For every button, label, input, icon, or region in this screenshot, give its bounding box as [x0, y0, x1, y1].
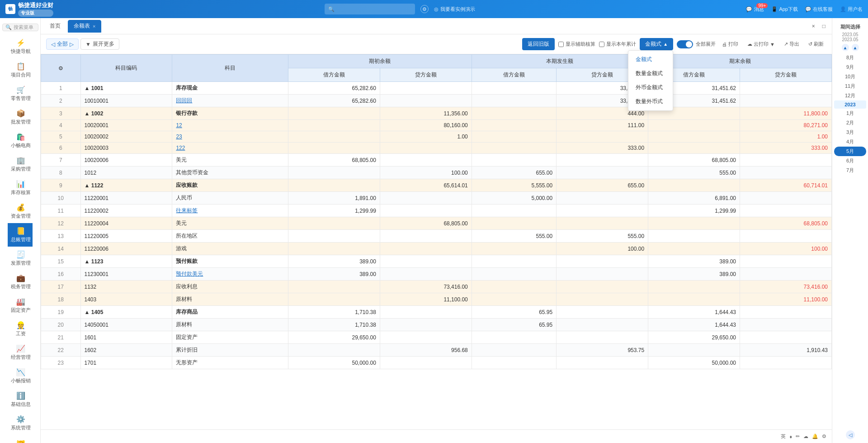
online-service-btn[interactable]: 💬 在线客服 [805, 6, 833, 13]
row-open-debit [288, 230, 380, 243]
toggle-track[interactable] [677, 40, 693, 48]
period-next-btn[interactable]: ▲ [852, 44, 859, 51]
row-per-debit: 65.95 [472, 319, 556, 331]
period-month-5月[interactable]: 5月 [834, 147, 866, 156]
settings-icon[interactable]: ⚙ [420, 5, 429, 13]
panel-collapse-btn[interactable]: ◁ [846, 430, 855, 439]
expand-more-btn[interactable]: ▼ 展开更多 [80, 38, 119, 50]
cloud-print-btn[interactable]: ☁ 云打印 ▼ [745, 39, 778, 49]
period-month-1月[interactable]: 1月 [834, 109, 866, 118]
row-per-credit [557, 192, 648, 205]
period-month-10月[interactable]: 10月 [834, 72, 866, 81]
period-month-11月[interactable]: 11月 [834, 81, 866, 91]
sidebar-item-库存核算[interactable]: 📊 库存核算 [8, 176, 33, 200]
sidebar-item-小畅报销[interactable]: 📉 小畅报销 [8, 364, 33, 388]
expand-all-toggle[interactable]: 全部展开 [677, 40, 716, 48]
status-diamond[interactable]: ♦ [789, 434, 792, 439]
row-open-debit [288, 167, 380, 179]
sidebar-item-零售管理[interactable]: 🛒 零售管理 [8, 82, 33, 105]
refresh-btn[interactable]: ↺ 刷新 [806, 39, 826, 49]
period-month-8月[interactable]: 8月 [834, 53, 866, 62]
table-row: 12 11220004 美元 68,805.00 68,805.00 [41, 217, 832, 230]
period-month-6月[interactable]: 6月 [834, 156, 866, 166]
row-code: 10020001 [80, 120, 172, 131]
show-year-checkbox[interactable] [599, 42, 604, 47]
row-per-debit [472, 293, 556, 306]
demo-link[interactable]: ◎ 我要看实例演示 [434, 6, 475, 13]
period-month-2月[interactable]: 2月 [834, 118, 866, 128]
window-minimize[interactable]: × [809, 23, 818, 29]
breadcrumb-all[interactable]: ◁ 全部 ▷ [46, 38, 79, 50]
row-name: 固定资产 [172, 331, 288, 344]
tab-close-icon[interactable]: × [93, 24, 95, 29]
sidebar-item-项目合同[interactable]: 📋 项目合同 [8, 58, 33, 82]
messages-area[interactable]: 💬 消息 99+ [746, 6, 764, 13]
sidebar-item-经营管理[interactable]: 📈 经营管理 [8, 341, 33, 364]
status-lang[interactable]: 英 [781, 433, 786, 440]
row-open-credit: 80,160.00 [380, 120, 472, 131]
tab-home[interactable]: 首页 [44, 20, 66, 33]
sidebar-item-企业协同[interactable]: 🤝 企业协同 [8, 435, 33, 443]
sidebar-item-税务管理[interactable]: 💼 税务管理 [8, 270, 33, 294]
row-no: 3 [41, 107, 81, 120]
status-cloud[interactable]: ☁ [803, 433, 808, 439]
sidebar-label: 系统管理 [11, 424, 31, 431]
user-avatar[interactable]: 👤 用户名 [840, 6, 863, 13]
period-year-end: 2023.05 [834, 37, 866, 42]
back-btn[interactable]: 返回旧版 [522, 38, 555, 50]
row-name: 人民币 [172, 192, 288, 205]
period-prev-btn[interactable]: ▲ [842, 44, 849, 51]
row-open-debit: 65,282.60 [288, 95, 380, 107]
row-close-debit: 29,650.00 [648, 331, 740, 344]
row-open-credit [380, 243, 472, 255]
period-month-9月[interactable]: 9月 [834, 62, 866, 72]
show-assist-check-label[interactable]: 显示辅助核算 [558, 41, 595, 48]
row-per-credit [557, 268, 648, 281]
period-month-3月[interactable]: 3月 [834, 128, 866, 137]
dropdown-item-数量金额式[interactable]: 数量金额式 [628, 67, 673, 81]
window-maximize[interactable]: □ [820, 23, 828, 29]
table-row: 10 11220001 人民币 1,891.00 5,000.00 6,891.… [41, 192, 832, 205]
sidebar-item-工资[interactable]: 👷 工资 [8, 317, 33, 341]
sidebar-icon: 🏭 [16, 297, 25, 306]
row-open-debit [288, 107, 380, 120]
row-open-credit [380, 268, 472, 281]
sidebar-item-小畅电商[interactable]: 🛍️ 小畅电商 [8, 129, 33, 152]
sidebar-item-批发管理[interactable]: 📦 批发管理 [8, 105, 33, 129]
tabs-bar: 首页 余额表 × × □ [41, 18, 832, 34]
row-per-credit [557, 281, 648, 293]
export-btn[interactable]: ↗ 导出 [781, 39, 802, 49]
search-menu[interactable]: 🔍 搜索菜单 [2, 24, 38, 31]
dropdown-item-数量外币式[interactable]: 数量外币式 [628, 95, 673, 109]
period-month-12月[interactable]: 12月 [834, 91, 866, 100]
row-open-debit: 1,299.99 [288, 205, 380, 217]
period-month-2023[interactable]: 2023 [834, 100, 866, 109]
browser-bar[interactable]: 🔍 [325, 4, 415, 14]
sidebar-item-采购管理[interactable]: 🏢 采购管理 [8, 152, 33, 176]
sidebar-item-发票管理[interactable]: 🧾 发票管理 [8, 247, 33, 270]
status-settings[interactable]: ⚙ [822, 433, 826, 439]
row-code: 1403 [80, 293, 172, 306]
show-assist-checkbox[interactable] [558, 42, 564, 47]
app-download-btn[interactable]: 📱 App下载 [771, 6, 798, 13]
sidebar-item-资金管理[interactable]: 💰 资金管理 [8, 200, 33, 223]
status-bell[interactable]: 🔔 [812, 433, 818, 439]
dropdown-item-外币金额式[interactable]: 外币金额式 [628, 81, 673, 95]
table-row: 19 ▲ 1405 库存商品 1,710.38 65.95 1,644.43 [41, 306, 832, 319]
period-month-4月[interactable]: 4月 [834, 137, 866, 147]
sidebar-item-系统管理[interactable]: ⚙️ 系统管理 [8, 411, 33, 435]
sidebar-item-固定资产[interactable]: 🏭 固定资产 [8, 294, 33, 317]
period-month-7月[interactable]: 7月 [834, 166, 866, 175]
row-name: 122 [172, 143, 288, 154]
tab-balance[interactable]: 余额表 × [68, 20, 101, 33]
print-btn[interactable]: 🖨 打印 [719, 39, 741, 49]
sidebar-item-基础信息[interactable]: ℹ️ 基础信息 [8, 388, 33, 411]
mode-btn[interactable]: 金额式 ▲ [640, 38, 673, 50]
row-code: ▲ 1122 [80, 179, 172, 192]
status-edit[interactable]: ✏ [796, 433, 800, 439]
sidebar-item-总账管理[interactable]: 📒 总账管理 [8, 223, 33, 247]
dropdown-item-金额式[interactable]: 金额式 [628, 52, 673, 67]
row-close-debit: 389.00 [648, 255, 740, 268]
show-year-accum-label[interactable]: 显示本年累计 [599, 41, 636, 48]
sidebar-item-快捷导航[interactable]: ⚡ 快捷导航 [8, 35, 33, 58]
